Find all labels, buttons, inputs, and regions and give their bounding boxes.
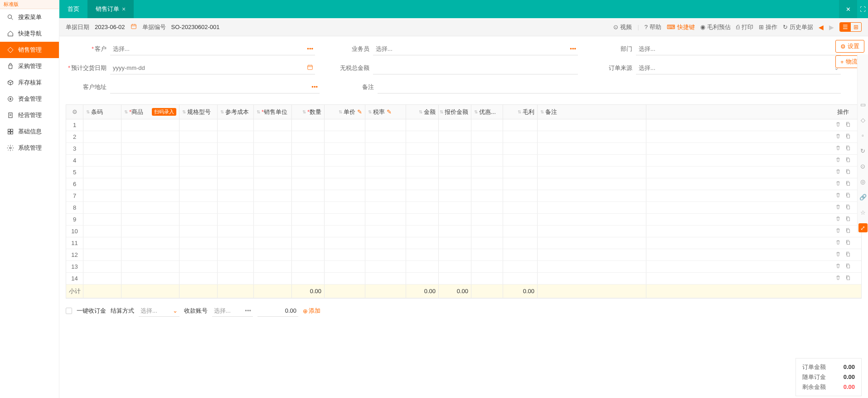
tabbar-fullscreen-button[interactable]: ⛶	[857, 0, 868, 18]
cell-unit[interactable]	[254, 226, 292, 237]
cell-amount[interactable]	[406, 261, 439, 272]
cell-tax[interactable]	[365, 131, 406, 142]
sort-icon[interactable]: ⇅	[440, 109, 443, 114]
cell-amount[interactable]	[406, 167, 439, 178]
cell-qty[interactable]	[292, 226, 325, 237]
cell-discount[interactable]	[471, 226, 503, 237]
print-button[interactable]: ⎙打印	[736, 23, 753, 31]
cell-amount[interactable]	[406, 214, 439, 225]
pretax-input[interactable]	[373, 64, 578, 71]
cell-product[interactable]	[121, 273, 179, 284]
next-doc-button[interactable]: ▶	[829, 24, 834, 31]
cell-barcode[interactable]	[83, 167, 121, 178]
sort-icon[interactable]: ⇅	[540, 109, 544, 114]
cell-product[interactable]	[121, 155, 179, 166]
copy-icon[interactable]	[845, 157, 851, 164]
table-row[interactable]: 2	[66, 131, 861, 143]
cell-remark[interactable]	[538, 226, 646, 237]
cell-qty[interactable]	[292, 155, 325, 166]
cell-spec[interactable]	[179, 131, 218, 142]
delete-icon[interactable]	[835, 121, 841, 129]
cell-quote[interactable]	[439, 131, 471, 142]
delete-icon[interactable]	[835, 204, 841, 211]
cell-profit[interactable]	[503, 178, 538, 190]
cell-quote[interactable]	[439, 178, 471, 190]
cell-tax[interactable]	[365, 226, 406, 237]
cell-price[interactable]	[325, 273, 365, 284]
cell-qty[interactable]	[292, 273, 325, 284]
cell-barcode[interactable]	[83, 190, 121, 201]
cell-quote[interactable]	[439, 190, 471, 201]
cell-profit[interactable]	[503, 273, 538, 284]
cell-tax[interactable]	[365, 261, 406, 272]
cell-cost[interactable]	[218, 214, 254, 225]
cell-qty[interactable]	[292, 190, 325, 201]
cell-discount[interactable]	[471, 237, 503, 249]
copy-icon[interactable]	[845, 145, 851, 152]
cell-amount[interactable]	[406, 237, 439, 249]
sidebar-item-8[interactable]: 系统管理	[0, 140, 59, 156]
cell-qty[interactable]	[292, 214, 325, 225]
cell-amount[interactable]	[406, 155, 439, 166]
sort-icon[interactable]: ⇅	[302, 109, 306, 114]
cell-profit[interactable]	[503, 190, 538, 201]
cell-remark[interactable]	[538, 131, 646, 142]
cell-product[interactable]	[121, 167, 179, 178]
cell-quote[interactable]	[439, 226, 471, 237]
ellipsis-icon[interactable]: •••	[310, 84, 320, 90]
cell-discount[interactable]	[471, 167, 503, 178]
cell-cost[interactable]	[218, 167, 254, 178]
cell-product[interactable]	[121, 226, 179, 237]
video-button[interactable]: ⊙视频	[613, 23, 632, 31]
cell-price[interactable]	[325, 119, 365, 131]
rail-item-5[interactable]: ⊙	[858, 162, 868, 171]
cell-barcode[interactable]	[83, 237, 121, 249]
help-button[interactable]: ?帮助	[645, 23, 661, 31]
view-card-button[interactable]: ⊞	[851, 23, 861, 31]
cell-tax[interactable]	[365, 155, 406, 166]
cell-price[interactable]	[325, 249, 365, 260]
table-row[interactable]: 5	[66, 167, 861, 178]
cell-price[interactable]	[325, 261, 365, 272]
copy-icon[interactable]	[845, 180, 851, 188]
settle-select[interactable]: 选择...⌄	[139, 305, 179, 317]
cell-spec[interactable]	[179, 178, 218, 190]
cell-discount[interactable]	[471, 261, 503, 272]
cell-discount[interactable]	[471, 190, 503, 201]
cell-qty[interactable]	[292, 202, 325, 213]
table-row[interactable]: 4	[66, 155, 861, 167]
cell-discount[interactable]	[471, 131, 503, 142]
table-row[interactable]: 10	[66, 226, 861, 237]
cell-qty[interactable]	[292, 237, 325, 249]
cell-spec[interactable]	[179, 155, 218, 166]
cell-remark[interactable]	[538, 261, 646, 272]
cell-remark[interactable]	[538, 190, 646, 201]
cell-barcode[interactable]	[83, 143, 121, 154]
cell-price[interactable]	[325, 202, 365, 213]
cell-price[interactable]	[325, 131, 365, 142]
cell-amount[interactable]	[406, 226, 439, 237]
salesman-input[interactable]	[373, 45, 568, 52]
cell-price[interactable]	[325, 237, 365, 249]
cell-price[interactable]	[325, 178, 365, 190]
cell-barcode[interactable]	[83, 202, 121, 213]
cell-barcode[interactable]	[83, 178, 121, 190]
cell-product[interactable]	[121, 143, 179, 154]
cell-amount[interactable]	[406, 119, 439, 131]
prev-doc-button[interactable]: ◀	[819, 24, 824, 31]
account-select[interactable]: 选择...•••	[212, 305, 253, 317]
cell-qty[interactable]	[292, 249, 325, 260]
cell-remark[interactable]	[538, 143, 646, 154]
cell-quote[interactable]	[439, 155, 471, 166]
cell-tax[interactable]	[365, 202, 406, 213]
sort-icon[interactable]: ⇅	[86, 109, 90, 114]
cell-unit[interactable]	[254, 190, 292, 201]
cell-spec[interactable]	[179, 237, 218, 249]
delete-icon[interactable]	[835, 227, 841, 235]
cell-price[interactable]	[325, 155, 365, 166]
rail-star-icon[interactable]: ☆	[858, 208, 868, 217]
cell-profit[interactable]	[503, 202, 538, 213]
cell-cost[interactable]	[218, 119, 254, 131]
cell-unit[interactable]	[254, 178, 292, 190]
amount-input[interactable]: 0.00	[257, 305, 298, 317]
